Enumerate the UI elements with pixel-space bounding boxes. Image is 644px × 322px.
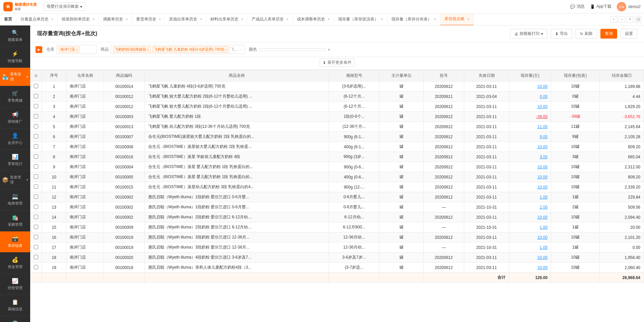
sidebar-item-marketing[interactable]: 📢 营销推广 xyxy=(0,107,30,128)
filter-collapse-btn[interactable]: ▶ xyxy=(36,46,42,53)
close-icon[interactable]: × xyxy=(328,17,330,21)
tab-diaobodanls[interactable]: 调拨单历史× xyxy=(99,13,132,25)
sidebar-item-search[interactable]: 🔍 搜索菜单 xyxy=(0,25,30,47)
cell-spec: 900g (3岁... xyxy=(329,152,379,162)
close-icon[interactable]: × xyxy=(467,17,469,21)
tab-yaohuo[interactable]: 要货单历史× xyxy=(132,13,165,25)
sidebar-item-wholesale[interactable]: 📦 批发管理 xyxy=(0,171,30,189)
tab-fenliangpandian[interactable]: 分量盘点单历史× xyxy=(16,13,58,25)
close-icon[interactable]: × xyxy=(434,17,436,21)
warehouse-tag-close[interactable]: × xyxy=(76,48,78,52)
close-icon[interactable]: × xyxy=(51,17,53,21)
cell-checkbox[interactable] xyxy=(31,243,42,253)
tab-xiancunliang-dist[interactable]: 现存量（库存分布表）× xyxy=(387,13,441,25)
cell-no: 13 xyxy=(42,202,66,212)
tab-cailiaochu[interactable]: 材料出库单历史× xyxy=(206,13,248,25)
close-icon[interactable]: × xyxy=(200,17,202,21)
cell-batch: 20200612 xyxy=(423,212,464,222)
table-row: 15 南岸门店 00100009 惠氏启聪（Wyeth illuma）2段奶粉 … xyxy=(31,222,644,232)
cell-checkbox[interactable] xyxy=(31,102,42,112)
sidebar-item-member[interactable]: 👤 会员中心 xyxy=(0,128,30,150)
cell-checkbox[interactable] xyxy=(31,162,42,172)
export-button[interactable]: ⬇ 导出 xyxy=(551,29,572,39)
tab-qitachuku[interactable]: 其他出库单历史× xyxy=(165,13,206,25)
tab-chanchengpin[interactable]: 产成品入库单历史× xyxy=(248,13,293,25)
footer-label-cell: 合计 xyxy=(423,273,509,283)
nav-close-arrow[interactable]: × xyxy=(627,16,633,23)
nav-next-arrow[interactable]: › xyxy=(619,16,625,23)
col-header-settings[interactable]: ⚙ xyxy=(31,70,42,82)
cell-checkbox[interactable] xyxy=(31,212,42,222)
close-icon[interactable]: × xyxy=(126,17,128,21)
avatar: Ea xyxy=(617,2,626,11)
cell-warehouse: 南岸门店 xyxy=(66,243,104,253)
sidebar-item-purchase[interactable]: 🛍️ 采购管理 xyxy=(0,210,30,231)
cell-checkbox[interactable] xyxy=(31,172,42,182)
cell-checkbox[interactable] xyxy=(31,202,42,212)
sidebar-item-quicknav[interactable]: ⚡ 快捷导航 xyxy=(0,47,30,68)
app-download-btn[interactable]: 📱 App下载 xyxy=(590,4,611,9)
settings-icon[interactable]: ⚙ xyxy=(34,73,38,78)
close-icon[interactable]: × xyxy=(241,17,243,21)
sidebar-item-ecommerce[interactable]: 💻 电商管理 xyxy=(0,189,30,210)
cell-checkbox[interactable] xyxy=(31,82,42,92)
sidebar-item-operation[interactable]: 📈 经营管理 xyxy=(0,274,30,295)
sidebar-item-retailstats[interactable]: 📊 零售统计 xyxy=(0,150,30,171)
cell-checkbox[interactable] xyxy=(31,222,42,232)
product-tag2-close[interactable]: × xyxy=(225,48,227,52)
sidebar-item-system[interactable]: ⚙️ 系统管理 xyxy=(0,316,30,322)
cell-checkbox[interactable] xyxy=(31,122,42,132)
cell-checkbox[interactable] xyxy=(31,132,42,142)
tab-kucunpiciche[interactable]: 库存批次账× xyxy=(440,13,474,25)
warehouse-tag-container[interactable]: 南岸门店 × xyxy=(56,45,97,54)
industry-selector[interactable]: 母婴行业演示账套 ▾ xyxy=(44,2,85,11)
product-filter-dots[interactable]: ··· xyxy=(239,47,243,52)
cell-checkbox[interactable] xyxy=(31,112,42,122)
cell-warehouse: 南岸门店 xyxy=(66,142,104,152)
color-tag-container[interactable] xyxy=(259,48,326,51)
sidebar-item-basic[interactable]: 📋 基础信息 xyxy=(0,295,30,316)
product-tag-container[interactable]: 飞鹤奶粉3段两罐装 × 飞鹤星飞帆 儿童奶粉 4段(3-6岁适用) 700克 ×… xyxy=(111,45,245,54)
cell-checkbox[interactable] xyxy=(31,232,42,243)
close-icon[interactable]: × xyxy=(381,17,383,21)
tab-zuzhuangchaijian[interactable]: 组装拆卸单历史× xyxy=(58,13,99,25)
cell-spec: 1段(0-6个... xyxy=(329,112,379,122)
tab-xiancunliang-status[interactable]: 现存量（库存状况表）× xyxy=(334,13,387,25)
expand-conditions-button[interactable]: ⬇ 展开更多条件 xyxy=(320,58,355,67)
sidebar-label-inventory: 库存核算 xyxy=(8,243,22,248)
footer-balance-cell: 26,968.64 xyxy=(600,273,644,283)
user-area[interactable]: Ea demo2 xyxy=(617,2,641,11)
cell-batch: 20200612 xyxy=(423,112,464,122)
cell-stock-pkg: 11罐 xyxy=(551,122,600,132)
product-filter-more[interactable]: 飞... xyxy=(230,47,238,52)
product-tag1-close[interactable]: × xyxy=(147,48,149,52)
sidebar-item-retailshop[interactable]: 🛒 零售商城 xyxy=(0,86,30,107)
sidebar-item-finance[interactable]: 💰 资金管理 xyxy=(0,253,30,274)
cell-checkbox[interactable] xyxy=(31,182,42,192)
query-button[interactable]: 查询 xyxy=(600,29,617,39)
cell-checkbox[interactable] xyxy=(31,152,42,162)
cell-checkbox[interactable] xyxy=(31,192,42,202)
cell-checkbox[interactable] xyxy=(31,92,42,102)
sidebar-item-inventory[interactable]: 🗃️ 库存核算 xyxy=(0,231,30,253)
cell-name: 惠氏启聪（Wyeth illuma）亲和人体儿童配方奶粉4段（3... xyxy=(145,263,329,273)
cell-checkbox[interactable] xyxy=(31,142,42,152)
table-row: 11 南岸门店 00100015 合生元（BIOSTIME）派星幼儿配方奶粉 3… xyxy=(31,182,644,192)
cell-checkbox[interactable] xyxy=(31,253,42,263)
refresh-button[interactable]: ↻ 刷新 xyxy=(576,29,597,39)
close-icon[interactable]: × xyxy=(159,17,161,21)
tab-home[interactable]: 首页 xyxy=(0,13,16,25)
sidebar-item-retail[interactable]: 🏪 零售管理 xyxy=(0,68,30,86)
tab-chenbendiaozheng[interactable]: 成本调整单历史× xyxy=(293,13,334,25)
print-button[interactable]: 🖨 按模板打印 ▾ xyxy=(510,29,547,39)
cell-checkbox[interactable] xyxy=(31,263,42,273)
nav-prev-arrow[interactable]: ‹ xyxy=(610,16,617,23)
cell-stock-pkg: 10罐 xyxy=(551,162,600,172)
settings-button[interactable]: 设置 xyxy=(621,29,637,39)
cell-code: 00100009 xyxy=(104,222,145,232)
nav-expand-arrow[interactable]: ⬜ xyxy=(635,16,641,23)
message-btn[interactable]: 💬 消息 xyxy=(570,4,585,9)
color-filter-arrow[interactable]: ▾ xyxy=(328,47,330,52)
close-icon[interactable]: × xyxy=(286,17,288,21)
close-icon[interactable]: × xyxy=(93,17,95,21)
